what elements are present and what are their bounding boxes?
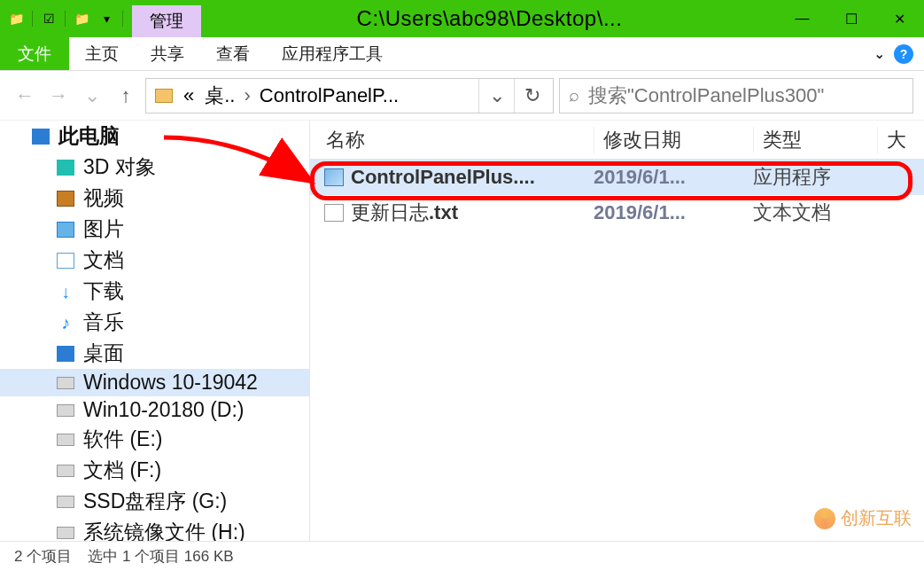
view-tab[interactable]: 查看: [200, 37, 266, 70]
sidebar-item-3[interactable]: 图片: [0, 214, 309, 245]
forward-button[interactable]: →: [44, 82, 73, 110]
minimize-button[interactable]: —: [778, 0, 827, 37]
sidebar-item-10[interactable]: 软件 (E:): [0, 424, 309, 455]
sidebar-item-label: 文档: [83, 246, 124, 274]
sidebar-item-9[interactable]: Win10-20180 (D:): [0, 396, 309, 424]
sidebar-item-12[interactable]: SSD盘程序 (G:): [0, 486, 309, 517]
manage-tab[interactable]: 管理: [132, 5, 201, 37]
status-item-count: 2 个项目: [14, 546, 72, 567]
sidebar-item-8[interactable]: Windows 10-19042: [0, 369, 309, 396]
column-size[interactable]: 大: [877, 127, 924, 153]
file-name: 更新日志.txt: [351, 199, 594, 226]
title-bar: 📁 ☑ 📁 ▾ 管理 C:\Users\abc98\Desktop\... — …: [0, 0, 924, 37]
address-bar-row: ← → ⌄ ↑ « 桌.. › ControlPanelP... ⌄ ↻ ⌕ 搜…: [0, 71, 924, 121]
ribbon-tabs: 文件 主页 共享 查看 应用程序工具 ⌄ ?: [0, 37, 924, 71]
sidebar-item-label: 视频: [83, 184, 124, 212]
ic-desk-icon: [57, 346, 74, 362]
ic-pic-icon: [57, 222, 74, 238]
ic-mus-icon: ♪: [57, 315, 74, 331]
ic-vid-icon: [57, 191, 74, 207]
help-icon[interactable]: ?: [894, 44, 913, 64]
ic-drv-icon: [57, 377, 74, 389]
sidebar-item-2[interactable]: 视频: [0, 183, 309, 214]
navigation-pane[interactable]: 此电脑3D 对象视频图片文档↓下载♪音乐桌面Windows 10-19042Wi…: [0, 121, 310, 541]
ic-3d-icon: [57, 160, 74, 176]
sidebar-item-label: Win10-20180 (D:): [83, 398, 245, 422]
file-date: 2019/6/1...: [594, 201, 753, 224]
sidebar-item-1[interactable]: 3D 对象: [0, 152, 309, 183]
refresh-button[interactable]: ↻: [514, 79, 549, 113]
ic-pc-icon: [32, 129, 50, 145]
ic-drv-icon: [57, 465, 74, 477]
status-selection: 选中 1 个项目 166 KB: [88, 546, 233, 567]
sidebar-item-5[interactable]: ↓下载: [0, 276, 309, 307]
ic-doc-icon: [57, 253, 74, 269]
back-button[interactable]: ←: [11, 82, 39, 110]
sidebar-item-label: 3D 对象: [83, 153, 156, 181]
chevron-right-icon[interactable]: ›: [240, 84, 253, 107]
app-tools-tab[interactable]: 应用程序工具: [266, 37, 399, 70]
close-button[interactable]: ✕: [875, 0, 924, 37]
sidebar-item-label: 此电脑: [58, 122, 120, 150]
search-placeholder: 搜索"ControlPanelPlus300": [588, 82, 824, 109]
sidebar-item-label: 图片: [83, 215, 124, 243]
sidebar-item-label: Windows 10-19042: [83, 371, 258, 395]
window-title: C:\Users\abc98\Desktop\...: [201, 0, 778, 37]
search-input[interactable]: ⌕ 搜索"ControlPanelPlus300": [559, 78, 913, 113]
ic-drv-icon: [57, 404, 74, 417]
sidebar-item-4[interactable]: 文档: [0, 245, 309, 276]
up-button[interactable]: ↑: [112, 82, 140, 110]
breadcrumb-ellipsis[interactable]: «: [178, 84, 199, 107]
column-type[interactable]: 类型: [753, 127, 877, 153]
pin-icon[interactable]: ☑: [40, 10, 58, 27]
address-dropdown-icon[interactable]: ⌄: [478, 79, 514, 113]
home-tab[interactable]: 主页: [69, 37, 135, 70]
folder-icon: 📁: [7, 10, 25, 27]
recent-dropdown[interactable]: ⌄: [78, 82, 106, 110]
watermark-text: 创新互联: [841, 506, 912, 530]
ic-drv-icon: [57, 496, 74, 508]
sidebar-item-11[interactable]: 文档 (F:): [0, 455, 309, 486]
file-row-1[interactable]: 更新日志.txt2019/6/1...文本文档: [310, 195, 924, 231]
maximize-button[interactable]: ☐: [827, 0, 875, 37]
file-txt-icon: [324, 204, 344, 222]
sidebar-item-label: 软件 (E:): [83, 426, 162, 453]
sidebar-item-label: 音乐: [83, 309, 124, 336]
sidebar-item-0[interactable]: 此电脑: [0, 121, 309, 152]
file-list-pane: 名称 修改日期 类型 大 ControlPanelPlus....2019/6/…: [310, 121, 924, 541]
ribbon-expand-icon[interactable]: ⌄: [874, 45, 885, 62]
qat-dropdown-icon[interactable]: ▾: [97, 10, 115, 27]
file-row-0[interactable]: ControlPanelPlus....2019/6/1...应用程序: [310, 160, 924, 195]
file-name: ControlPanelPlus....: [351, 166, 594, 189]
file-type: 文本文档: [753, 199, 877, 226]
column-name[interactable]: 名称: [310, 127, 594, 153]
status-bar: 2 个项目 选中 1 个项目 166 KB: [0, 541, 924, 571]
sidebar-item-13[interactable]: 系统镜像文件 (H:): [0, 517, 309, 541]
file-date: 2019/6/1...: [594, 166, 753, 189]
file-menu[interactable]: 文件: [0, 37, 69, 70]
sidebar-item-label: 桌面: [83, 340, 124, 367]
sidebar-item-label: SSD盘程序 (G:): [83, 488, 227, 515]
breadcrumb-seg-1[interactable]: 桌..: [199, 82, 240, 109]
sidebar-item-7[interactable]: 桌面: [0, 338, 309, 369]
sidebar-item-label: 系统镜像文件 (H:): [83, 519, 245, 541]
sidebar-item-6[interactable]: ♪音乐: [0, 307, 309, 338]
watermark: 创新互联: [814, 506, 912, 530]
folder-icon-2: 📁: [73, 10, 90, 27]
watermark-icon: [814, 508, 835, 529]
breadcrumb-seg-2[interactable]: ControlPanelP...: [254, 84, 404, 107]
sidebar-item-label: 文档 (F:): [83, 457, 161, 484]
quick-access-toolbar: 📁 ☑ 📁 ▾: [0, 0, 130, 37]
file-exe-icon: [324, 168, 344, 186]
column-headers: 名称 修改日期 类型 大: [310, 121, 924, 160]
column-date[interactable]: 修改日期: [594, 127, 753, 153]
share-tab[interactable]: 共享: [135, 37, 200, 70]
search-icon: ⌕: [569, 85, 579, 106]
address-bar[interactable]: « 桌.. › ControlPanelP... ⌄ ↻: [145, 78, 554, 113]
sidebar-item-label: 下载: [83, 278, 124, 305]
file-type: 应用程序: [753, 164, 877, 191]
ic-dl-icon: ↓: [57, 284, 74, 300]
ic-drv-icon: [57, 527, 74, 539]
ic-drv-icon: [57, 434, 74, 446]
folder-icon: [155, 89, 173, 103]
